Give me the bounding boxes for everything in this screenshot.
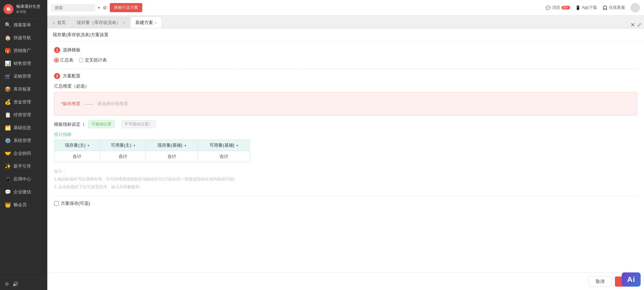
col-label-2: 现存量(基辅) (157, 142, 182, 148)
radio-summary[interactable]: 汇总表 (54, 57, 73, 63)
sidebar-item-search[interactable]: 🔍搜索菜单 (0, 19, 47, 31)
phone-icon: 📱 (575, 5, 580, 10)
content-inner: 现存量(库存状况表)方案设置 1 选择模板 汇总表 (47, 28, 644, 272)
stats-table: 现存量(主)▾可用量(主)▾现存量(基辅)▾可用量(基辅)▾ 合计合计合计合计 (54, 140, 250, 162)
sidebar-item-sales[interactable]: 📊销售管理 (0, 57, 47, 70)
sidebar: 畅 畅康通好生意 标准版 🔍搜索菜单🏠快捷导航🎁营销推广📊销售管理🛒采购管理📦库… (0, 0, 47, 290)
inventory-tab-close[interactable]: × (123, 21, 125, 25)
app-logo-icon: 畅 (3, 4, 14, 14)
col-chevron-3[interactable]: ▾ (237, 144, 238, 147)
app-download-button[interactable]: 📱 App下载 (575, 5, 597, 10)
expand-window-icon[interactable]: ⤢ (637, 22, 641, 28)
online-service-button[interactable]: 🎧 在线客服 (602, 5, 625, 10)
stats-col-header-2[interactable]: 现存量(基辅)▾ (146, 140, 198, 151)
sidebar-item-label-inventory: 库存核算 (14, 86, 31, 92)
stats-col-body-0: 合计 (54, 151, 100, 162)
col-label-1: 可用量(主) (111, 142, 131, 148)
sidebar-item-label-marketing: 营销推广 (14, 48, 31, 54)
col-chevron-2[interactable]: ▾ (184, 144, 186, 147)
stats-col-body-3: 合计 (198, 151, 250, 162)
enterprise-icon: 🤝 (5, 150, 11, 156)
sidebar-item-label-system: 系统管理 (14, 138, 31, 144)
stats-col-header-1[interactable]: 可用量(主)▾ (100, 140, 146, 151)
sidebar-item-operations[interactable]: 📋经营管理 (0, 108, 47, 121)
step1-number: 1 (54, 47, 60, 53)
sidebar-item-label-weixin: 企业微信 (14, 189, 31, 195)
sidebar-item-appcenter[interactable]: 📱应用中心 (0, 173, 47, 186)
indicator-fixed-tag: 不可拖动位置） (121, 120, 156, 128)
col-chevron-0[interactable]: ▾ (88, 144, 89, 147)
sidebar-item-member[interactable]: 👑畅会员 (0, 198, 47, 211)
sidebar-logo: 畅 畅康通好生意 标准版 (0, 0, 47, 19)
sidebar-item-quicknav[interactable]: 🏠快捷导航 (0, 31, 47, 44)
sidebar-item-finance[interactable]: 💰资金管理 (0, 96, 47, 108)
step1-block: 1 选择模板 汇总表 交叉统计表 (54, 47, 637, 63)
tabs-bar: ⌂ 首页 现存量（库存状况表） × 新建方案 × ✕ ⤢ (47, 16, 644, 28)
basic-icon: 🗂️ (5, 125, 11, 131)
dropdown-arrow[interactable]: ▾ (98, 5, 100, 10)
dimension-placeholder[interactable]: 请选择分组维度 (97, 101, 128, 107)
app-name: 畅康通好生意 (16, 4, 41, 9)
search-icon: 🔍 (5, 22, 11, 28)
dimension-label: 汇总维度（必选） (54, 83, 637, 89)
settings-icon[interactable]: ⚙ (5, 281, 9, 287)
save-option: 方案保存(可选) (54, 196, 637, 211)
search-input[interactable] (51, 4, 95, 11)
inventory-tab-label: 现存量（库存状况表） (77, 20, 121, 26)
sidebar-item-enterprise[interactable]: 🤝企业协同 (0, 147, 47, 160)
home-tab-label: 首页 (57, 20, 66, 26)
footer-bar: 取消 查询 (47, 272, 644, 290)
step1-label: 选择模板 (63, 47, 80, 53)
close-window-icon[interactable]: ✕ (630, 22, 635, 28)
message-button[interactable]: 💬 消息 99+ (546, 5, 570, 10)
message-label: 消息 (552, 5, 560, 10)
sidebar-item-label-finance: 资金管理 (14, 99, 31, 105)
sales-icon: 📊 (5, 61, 11, 67)
purchase-icon: 🛒 (5, 73, 11, 79)
sidebar-item-purchase[interactable]: 🛒采购管理 (0, 70, 47, 83)
sidebar-item-label-operations: 经营管理 (14, 112, 31, 118)
sidebar-item-system[interactable]: ⚙️系统管理 (0, 134, 47, 147)
cancel-button[interactable]: 取消 (589, 276, 612, 287)
weixin-icon: 💬 (5, 189, 11, 195)
tips-area: 提示： 1.拖动标题栏可以调整布局，不可跨维度或指标区域拖动栏目(只能在同一维度… (54, 168, 637, 191)
radio-cross-label: 交叉统计表 (85, 57, 107, 63)
step2-label: 方案配置 (63, 73, 80, 79)
gear-icon[interactable]: ⚙ (103, 5, 107, 10)
ai-badge[interactable]: Ai (622, 272, 641, 287)
topbar: ▾ ⚙ 体验行业方案 💬 消息 99+ 📱 App下载 🎧 在线客服 (47, 0, 644, 16)
col-chevron-1[interactable]: ▾ (133, 144, 135, 147)
stats-col-body-2: 合计 (146, 151, 198, 162)
stats-col-header-0[interactable]: 现存量(主)▾ (54, 140, 100, 151)
sidebar-item-basic[interactable]: 🗂️基础信息 (0, 121, 47, 134)
sound-icon[interactable]: 🔊 (13, 281, 18, 287)
tip1: 1.拖动标题栏可以调整布局，不可跨维度或指标区域拖动栏目(只能在同一维度或指标区… (54, 177, 234, 182)
page-breadcrumb: 现存量(库存状况表)方案设置 (47, 28, 644, 42)
indicator-settings: 模板指标设定（ 可拖动位置 不可拖动位置） (54, 120, 637, 128)
tab-inventory[interactable]: 现存量（库存状况表） × (72, 17, 130, 28)
radio-summary-circle (54, 58, 59, 63)
tip2: 2. 点击标题栏下拉可设置排序、插入列和删除列 (54, 185, 140, 189)
radio-cross[interactable]: 交叉统计表 (79, 57, 107, 63)
col-label-0: 现存量(主) (65, 142, 85, 148)
quicknav-icon: 🏠 (5, 35, 11, 41)
radio-cross-circle (79, 58, 83, 63)
sidebar-item-weixin[interactable]: 💬企业微信 (0, 186, 47, 198)
trial-button[interactable]: 体验行业方案 (110, 3, 142, 12)
sidebar-item-label-search: 搜索菜单 (14, 22, 31, 28)
stats-col-header-3[interactable]: 可用量(基辅)▾ (198, 140, 250, 151)
sidebar-item-inventory[interactable]: 📦库存核算 (0, 83, 47, 96)
user-avatar[interactable] (630, 3, 640, 13)
home-icon: ⌂ (52, 20, 55, 25)
sidebar-item-marketing[interactable]: 🎁营销推广 (0, 44, 47, 57)
save-checkbox[interactable] (54, 201, 59, 206)
sidebar-footer: ⚙ 🔊 (0, 277, 47, 290)
sidebar-item-newuser[interactable]: ✨新手引导 (0, 160, 47, 173)
new-tab-close[interactable]: × (154, 21, 156, 25)
sidebar-item-label-member: 畅会员 (14, 202, 27, 208)
tab-new-scheme[interactable]: 新建方案 × (130, 17, 162, 28)
tab-home[interactable]: ⌂ 首页 (47, 17, 71, 28)
system-icon: ⚙️ (5, 138, 11, 144)
template-radio-group: 汇总表 交叉统计表 (54, 57, 637, 63)
step1-title: 1 选择模板 (54, 47, 637, 53)
